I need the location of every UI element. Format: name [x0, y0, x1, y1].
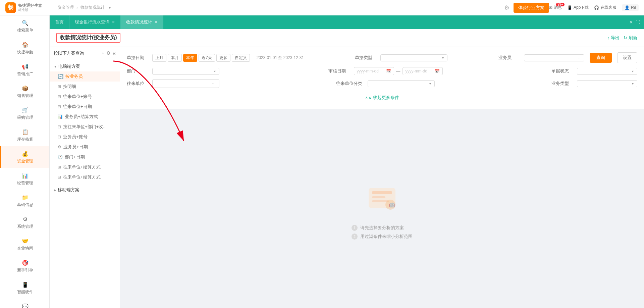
partner-category-arrow: ▾: [429, 82, 431, 86]
gear-icon[interactable]: ⚙: [504, 4, 509, 11]
collapse-btn[interactable]: ∧∧ 收起更多条件: [127, 92, 637, 103]
tab-receipt[interactable]: 收款情况统计 ✕: [121, 15, 163, 29]
voucher-type-arrow: ▾: [442, 56, 444, 60]
sidebar-item-quick-nav[interactable]: 🏠 快捷导航: [0, 37, 49, 59]
sidebar-item-hardware[interactable]: 📱 智能硬件: [0, 277, 49, 299]
sidebar-item-system[interactable]: ⚙ 系统管理: [0, 212, 49, 234]
partner-more-dots[interactable]: ···: [212, 81, 216, 86]
tip-text-1: 请先选择要分析的方案: [360, 225, 404, 231]
tab-home[interactable]: 首页: [50, 15, 69, 29]
date-btn-more[interactable]: 更多: [216, 54, 230, 62]
query-button[interactable]: 查询: [590, 53, 612, 63]
date-btn-custom[interactable]: 自定义: [232, 54, 250, 62]
scheme-item-by-salesperson[interactable]: 🔄 按业务员: [50, 71, 120, 82]
user-area[interactable]: 👤 Rit: [622, 4, 639, 11]
sidebar-item-sales[interactable]: 📦 销售管理: [0, 81, 49, 103]
window-maximize-icon[interactable]: ⛶: [636, 20, 640, 25]
app-download-btn[interactable]: 📱 App下载: [567, 5, 589, 10]
add-scheme-icon[interactable]: +: [102, 50, 104, 56]
calendar-icon2: 📅: [435, 69, 440, 73]
sidebar-item-basicinfo[interactable]: 📁 基础信息: [0, 190, 49, 212]
purchase-icon: 🛒: [22, 107, 29, 113]
page-header: 收款情况统计(按业务员) ↑ 导出 ↻ 刷新: [50, 29, 644, 47]
user-avatar: 👤: [625, 5, 630, 10]
scheme-item-dept-date[interactable]: 🕐 部门+日期: [50, 152, 120, 162]
scheme-icon-salesperson: 🔄: [58, 74, 63, 79]
app-download-label: App下载: [574, 5, 589, 10]
scheme-item-partner-date[interactable]: ⊟ 往来单位+日期: [50, 102, 120, 112]
sidebar-item-enterprise[interactable]: 🤝 企业协同: [0, 234, 49, 255]
sidebar-label-operation: 经营管理: [17, 180, 33, 186]
service-icon: 🎧: [594, 5, 599, 10]
desktop-group-title[interactable]: ▼ 电脑端方案: [50, 61, 120, 71]
refresh-icon: ↻: [624, 35, 627, 40]
sidebar-item-finance[interactable]: 💰 资金管理: [0, 146, 49, 168]
sidebar-item-wechat[interactable]: 💬 企业微信: [0, 299, 49, 308]
filter-settings-button[interactable]: 设置: [617, 52, 637, 63]
scheme-item-partner-settlement1[interactable]: ⊞ 往来单位+结算方式: [50, 162, 120, 172]
tab-bank[interactable]: 现金银行流水查询 ✕: [69, 15, 121, 29]
date-btn-this-month[interactable]: 本月: [168, 54, 182, 62]
scheme-header: 按以下方案查询 + ⚙ «: [50, 47, 120, 60]
partner-category-label: 往来单位分类: [336, 81, 362, 87]
review-date-to[interactable]: yyyy-mm-dd 📅: [402, 67, 443, 75]
sidebar-label-hardware: 智能硬件: [17, 289, 33, 295]
filter-panel: 单据日期 上月 本月 本年 近7天 更多 自定义 2023-01-01 至 20…: [120, 47, 644, 109]
gear-btn[interactable]: ⚙: [504, 4, 509, 11]
voucher-status-arrow: ▾: [632, 69, 634, 73]
mobile-group-title[interactable]: ▶ 移动端方案: [50, 185, 120, 195]
sidebar-item-guide[interactable]: 🎯 新手引导: [0, 255, 49, 277]
dept-select[interactable]: ▾: [152, 68, 219, 75]
scheme-icon-partner-settlement1: ⊞: [58, 165, 61, 169]
sidebar-item-operation[interactable]: 📊 经营管理: [0, 168, 49, 190]
salesperson-label: 业务员: [498, 55, 519, 61]
inventory-icon: 📋: [22, 129, 29, 135]
scheme-settings-icon[interactable]: ⚙: [106, 50, 111, 56]
sidebar-label-sales: 销售管理: [17, 93, 33, 99]
system-icon: ⚙: [22, 216, 29, 222]
scheme-item-partner-settlement2[interactable]: ⊟ 往来单位+结算方式: [50, 172, 120, 182]
scheme-item-salesperson-account[interactable]: ⊟ 业务员+账号: [50, 132, 120, 142]
tab-receipt-label: 收款情况统计: [126, 19, 152, 25]
scheme-item-partner-account[interactable]: ⊟ 往来单位+账号: [50, 92, 120, 102]
voucher-type-select[interactable]: ▾: [380, 54, 447, 61]
sidebar-item-search-menu[interactable]: 🔍 搜索菜单: [0, 15, 49, 37]
message-btn[interactable]: ✉ 消息 99+: [549, 5, 562, 10]
tab-receipt-close[interactable]: ✕: [154, 20, 158, 24]
empty-illustration: 🤖: [362, 178, 402, 218]
window-close-icon[interactable]: ✕: [629, 20, 633, 25]
sidebar-item-marketing[interactable]: 📢 营销推广: [0, 59, 49, 81]
desktop-group-arrow: ▼: [54, 65, 57, 68]
scheme-collapse-icon[interactable]: «: [113, 50, 116, 56]
scheme-item-salesperson-settlement[interactable]: 📊 业务员+结算方式: [50, 112, 120, 122]
scheme-item-by-detail[interactable]: ⊞ 按明细: [50, 82, 120, 92]
date-range-display: 2023-01-01 至 2023-12-31: [257, 55, 304, 61]
sidebar-item-inventory[interactable]: 📋 库存核算: [0, 124, 49, 146]
export-label: 导出: [611, 35, 620, 41]
refresh-btn[interactable]: ↻ 刷新: [624, 35, 637, 41]
date-btn-this-year[interactable]: 本年: [183, 54, 197, 62]
salesperson-select[interactable]: ···: [524, 54, 584, 61]
date-btn-last-month[interactable]: 上月: [152, 54, 166, 62]
scheme-item-salesperson-date[interactable]: ⚙ 业务员+日期: [50, 142, 120, 152]
industry-button[interactable]: 体验行业方案: [514, 3, 549, 13]
tab-bank-close[interactable]: ✕: [112, 20, 115, 24]
review-date-from[interactable]: yyyy-mm-dd 📅: [354, 67, 394, 75]
sidebar-item-purchase[interactable]: 🛒 采购管理: [0, 103, 49, 124]
breadcrumb: 资金管理 › 收款情况统计 ▾: [55, 5, 500, 10]
biz-type-arrow: ▾: [632, 82, 634, 86]
scheme-header-title: 按以下方案查询: [54, 50, 84, 56]
scheme-item-partner-dept-receipt[interactable]: ⊟ 按往来单位+部门+收...: [50, 122, 120, 132]
partner-select[interactable]: ···: [152, 79, 219, 88]
biz-type-select[interactable]: ▾: [577, 80, 637, 87]
export-icon: ↑: [607, 35, 610, 40]
export-btn[interactable]: ↑ 导出: [607, 35, 620, 41]
breadcrumb-dropdown[interactable]: ▾: [109, 5, 111, 10]
partner-category-select[interactable]: ▾: [368, 80, 435, 87]
online-service-btn[interactable]: 🎧 在线客服: [594, 5, 616, 10]
voucher-status-select[interactable]: ▾: [577, 68, 637, 75]
calendar-icon: 📅: [386, 69, 391, 73]
scheme-icon-partner-date: ⊟: [58, 104, 61, 109]
date-btn-7days[interactable]: 近7天: [199, 54, 215, 62]
salesperson-arrow: ···: [578, 56, 581, 60]
